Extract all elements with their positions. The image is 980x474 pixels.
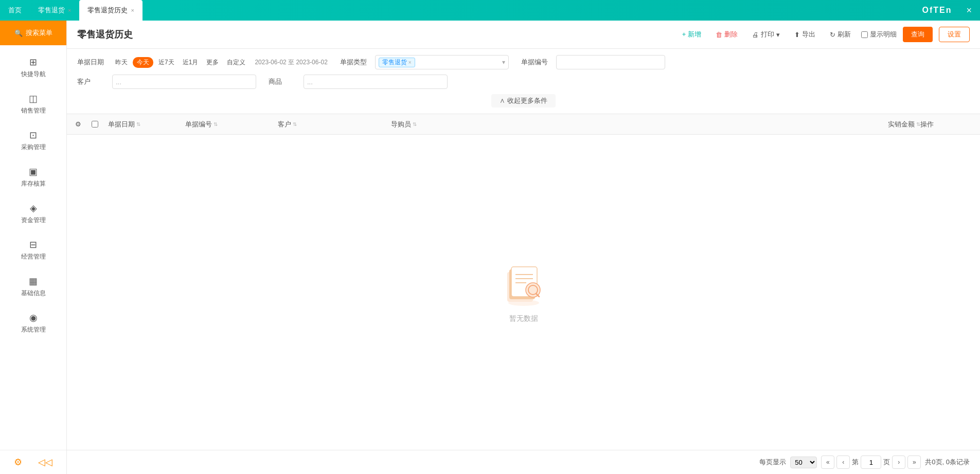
tab-retail-return-history-close[interactable]: × bbox=[131, 7, 134, 13]
page-header: 零售退货历史 + 新增 🗑 删除 🖨 打印 ▾ ⬆ 导出 ↻ bbox=[67, 21, 980, 49]
filter-area: 单据日期 昨天 今天 近7天 近1月 更多 自定义 2023-06-02 至 2… bbox=[67, 49, 980, 114]
search-menu-button[interactable]: 🔍 搜索菜单 bbox=[0, 21, 66, 45]
date-range-display: 2023-06-02 至 2023-06-02 bbox=[255, 58, 327, 67]
th-settings: ⚙ bbox=[75, 120, 92, 128]
date-filter-label: 单据日期 bbox=[77, 58, 108, 67]
tab-retail-return[interactable]: 零售退货 × bbox=[30, 0, 79, 21]
sidebar-item-purchase[interactable]: ⊡ 采购管理 bbox=[4, 123, 62, 158]
goods-input-wrapper[interactable]: ... bbox=[304, 75, 448, 89]
sidebar-item-quick-nav-label: 快捷导航 bbox=[21, 70, 46, 79]
per-page-select[interactable]: 50 10 20 100 bbox=[790, 457, 817, 468]
table-header: ⚙ 单据日期 ⇅ 单据编号 ⇅ 客户 ⇅ 导购员 bbox=[67, 114, 980, 135]
pagination: 每页显示 50 10 20 100 « ‹ 第 页 › » 共0页, 0条记录 bbox=[67, 450, 980, 474]
th-doc-number-label: 单据编号 bbox=[185, 120, 212, 129]
sidebar-item-quick-nav[interactable]: ⊞ 快捷导航 bbox=[4, 50, 62, 85]
delete-button[interactable]: 🗑 删除 bbox=[711, 28, 742, 41]
th-guide[interactable]: 导购员 ⇅ bbox=[391, 120, 494, 129]
goods-filter-label: 商品 bbox=[269, 77, 299, 86]
sidebar-item-inventory-label: 库存核算 bbox=[21, 179, 46, 188]
th-actions-label: 操作 bbox=[920, 120, 934, 129]
doc-type-tag-close[interactable]: × bbox=[408, 60, 412, 65]
inventory-icon: ▣ bbox=[29, 166, 38, 177]
empty-illustration bbox=[498, 262, 549, 308]
th-customer-label: 客户 bbox=[278, 120, 291, 129]
show-detail-checkbox[interactable]: 显示明细 bbox=[861, 30, 897, 39]
purchase-icon: ⊡ bbox=[29, 130, 37, 141]
tab-retail-return-close[interactable]: × bbox=[68, 7, 71, 13]
date-shortcut-1month[interactable]: 近1月 bbox=[180, 57, 202, 68]
sidebar-item-sales[interactable]: ◫ 销售管理 bbox=[4, 87, 62, 121]
refresh-button[interactable]: ↻ 刷新 bbox=[826, 28, 855, 41]
sidebar-item-system[interactable]: ◉ 系统管理 bbox=[4, 306, 62, 340]
refresh-icon: ↻ bbox=[830, 31, 835, 39]
tab-home[interactable]: 首页 bbox=[0, 0, 30, 21]
empty-text: 暂无数据 bbox=[509, 314, 538, 323]
collapse-label: ∧ 收起更多条件 bbox=[500, 96, 547, 105]
print-button[interactable]: 🖨 打印 ▾ bbox=[748, 28, 784, 41]
table-settings-icon[interactable]: ⚙ bbox=[75, 120, 81, 128]
delete-icon: 🗑 bbox=[716, 31, 722, 39]
th-doc-date-label: 单据日期 bbox=[108, 120, 135, 129]
date-shortcut-today[interactable]: 今天 bbox=[133, 57, 153, 68]
sidebar-item-operations[interactable]: ⊟ 经营管理 bbox=[4, 233, 62, 267]
close-window-button[interactable]: × bbox=[966, 5, 972, 16]
sidebar-item-finance[interactable]: ◈ 资金管理 bbox=[4, 196, 62, 231]
settings-button[interactable]: 设置 bbox=[939, 27, 970, 42]
customer-input-wrapper[interactable]: ... bbox=[112, 75, 256, 89]
query-button[interactable]: 查询 bbox=[903, 27, 933, 42]
export-button[interactable]: ⬆ 导出 bbox=[790, 28, 819, 41]
sidebar-item-inventory[interactable]: ▣ 库存核算 bbox=[4, 160, 62, 194]
customer-filter-item: 客户 ... bbox=[77, 75, 256, 89]
empty-state: 暂无数据 bbox=[498, 262, 549, 323]
th-doc-number[interactable]: 单据编号 ⇅ bbox=[185, 120, 278, 129]
first-page-button[interactable]: « bbox=[821, 455, 834, 469]
last-page-button[interactable]: » bbox=[907, 455, 921, 469]
sidebar-item-basic-info[interactable]: ▦ 基础信息 bbox=[4, 269, 62, 304]
brand-text: OfTEn bbox=[922, 6, 962, 15]
goods-filter-item: 商品 ... bbox=[269, 75, 448, 89]
search-icon: 🔍 bbox=[14, 29, 23, 37]
sidebar-item-sales-label: 销售管理 bbox=[21, 106, 46, 115]
th-customer[interactable]: 客户 ⇅ bbox=[278, 120, 391, 129]
date-shortcuts: 昨天 今天 近7天 近1月 更多 自定义 bbox=[112, 57, 248, 68]
top-bar: 首页 零售退货 × 零售退货历史 × OfTEn × bbox=[0, 0, 980, 21]
tab-retail-return-history[interactable]: 零售退货历史 × bbox=[79, 0, 142, 21]
operations-icon: ⊟ bbox=[29, 239, 37, 250]
print-label: 打印 bbox=[761, 30, 774, 39]
th-amount[interactable]: 实销金额 ⇅ bbox=[859, 120, 920, 129]
goods-placeholder: ... bbox=[307, 78, 313, 86]
sidebar-bottom: ⚙ ◁◁ bbox=[0, 450, 66, 474]
doc-type-label: 单据类型 bbox=[340, 58, 371, 67]
prev-page-button[interactable]: ‹ bbox=[836, 455, 850, 469]
th-guide-label: 导购员 bbox=[391, 120, 411, 129]
tab-bar: 首页 零售退货 × 零售退货历史 × bbox=[0, 0, 922, 21]
date-shortcut-yesterday[interactable]: 昨天 bbox=[112, 57, 131, 68]
next-page-button[interactable]: › bbox=[892, 455, 905, 469]
settings-bottom-icon[interactable]: ⚙ bbox=[14, 457, 22, 468]
date-filter-item: 单据日期 昨天 今天 近7天 近1月 更多 自定义 2023-06-02 至 2… bbox=[77, 57, 328, 68]
date-shortcut-more[interactable]: 更多 bbox=[203, 57, 222, 68]
table-body: 暂无数据 bbox=[67, 135, 980, 450]
sidebar-items: ⊞ 快捷导航 ◫ 销售管理 ⊡ 采购管理 ▣ 库存核算 ◈ 资金管理 ⊟ 经营管… bbox=[0, 45, 66, 450]
page-number-input[interactable] bbox=[861, 455, 881, 469]
doc-number-input[interactable] bbox=[556, 55, 665, 69]
show-detail-input[interactable] bbox=[861, 31, 868, 38]
select-all-checkbox[interactable] bbox=[92, 121, 98, 127]
sort-guide-icon: ⇅ bbox=[413, 121, 417, 127]
filter-row-2: 客户 ... 商品 ... bbox=[77, 75, 970, 89]
collapse-button[interactable]: ∧ 收起更多条件 bbox=[491, 94, 556, 107]
page-prefix: 第 bbox=[852, 458, 859, 467]
total-text: 共0页, 0条记录 bbox=[925, 458, 970, 467]
topbar-right: OfTEn × bbox=[922, 5, 980, 16]
header-actions: + 新增 🗑 删除 🖨 打印 ▾ ⬆ 导出 ↻ 刷新 bbox=[678, 27, 970, 42]
table-container: ⚙ 单据日期 ⇅ 单据编号 ⇅ 客户 ⇅ 导购员 bbox=[67, 114, 980, 450]
sort-amount-icon: ⇅ bbox=[916, 121, 920, 127]
th-amount-label: 实销金额 bbox=[888, 120, 915, 129]
add-button[interactable]: + 新增 bbox=[678, 28, 705, 41]
date-shortcut-7days[interactable]: 近7天 bbox=[155, 57, 177, 68]
th-doc-date[interactable]: 单据日期 ⇅ bbox=[108, 120, 185, 129]
show-detail-label: 显示明细 bbox=[870, 30, 897, 39]
date-shortcut-custom[interactable]: 自定义 bbox=[224, 57, 248, 68]
doc-type-input-wrapper[interactable]: 零售退货 × ▾ bbox=[375, 55, 509, 69]
volume-icon[interactable]: ◁◁ bbox=[38, 457, 52, 468]
